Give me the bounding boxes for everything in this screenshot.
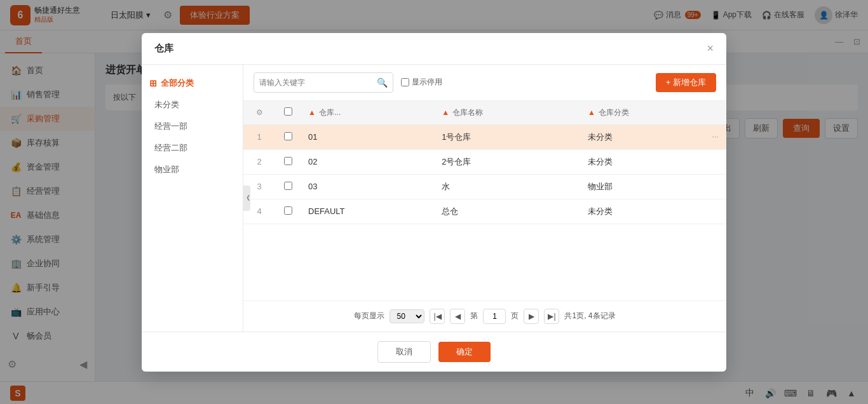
th-checkbox[interactable] (275, 101, 301, 125)
select-all-checkbox[interactable] (284, 107, 292, 116)
row-code: 03 (301, 174, 434, 199)
warehouse-modal: 仓库 × ⊞ 全部分类 未分类 经营一部 经营二部 物业部 《 (142, 33, 726, 372)
page-first-btn[interactable]: |◀ (430, 309, 445, 324)
modal-sidebar-collapse[interactable]: 《 (243, 185, 250, 211)
th-settings[interactable]: ⚙ (243, 101, 275, 125)
modal-sidebar-item-0[interactable]: 未分类 (142, 94, 243, 116)
modal-table: ⚙ ▲ 仓库... ▲ 仓库名称 (243, 101, 726, 300)
modal-sidebar-item-3[interactable]: 物业部 (142, 159, 243, 180)
row-category: 未分类 (580, 149, 726, 174)
row-actions[interactable]: ··· (712, 131, 719, 141)
row-cb[interactable] (275, 199, 301, 224)
table-row[interactable]: 3 03 水 物业部 (243, 174, 726, 199)
row-category: 未分类 (580, 199, 726, 224)
row-name: 水 (434, 174, 580, 199)
table-row[interactable]: 2 02 2号仓库 未分类 (243, 149, 726, 174)
table-header-row: ⚙ ▲ 仓库... ▲ 仓库名称 (243, 101, 726, 125)
row-code: DEFAULT (301, 199, 434, 224)
per-page-label: 每页显示 (354, 311, 384, 321)
row-seq: 2 (243, 149, 275, 174)
page-unit: 页 (511, 311, 519, 321)
page-label: 第 (470, 311, 478, 321)
grid-icon: ⊞ (149, 78, 157, 88)
modal-overlay: 仓库 × ⊞ 全部分类 未分类 经营一部 经营二部 物业部 《 (0, 0, 868, 404)
search-icon: 🔍 (377, 77, 388, 88)
modal-body: ⊞ 全部分类 未分类 经营一部 经营二部 物业部 《 🔍 (142, 65, 726, 332)
show-disabled-checkbox[interactable] (401, 78, 409, 86)
row-code: 02 (301, 149, 434, 174)
modal-title: 仓库 (154, 43, 173, 55)
row-cb[interactable] (275, 125, 301, 149)
row-checkbox-3[interactable] (284, 182, 292, 190)
search-box: 🔍 (254, 72, 393, 93)
row-cb[interactable] (275, 174, 301, 199)
show-disabled-text: 显示停用 (412, 77, 442, 88)
modal-sidebar-item-2[interactable]: 经营二部 (142, 137, 243, 159)
th-category[interactable]: ▲ 仓库分类 (580, 101, 726, 125)
page-next-btn[interactable]: ▶ (524, 309, 539, 324)
row-name: 总仓 (434, 199, 580, 224)
per-page-select[interactable]: 50 100 200 (390, 309, 424, 323)
page-last-btn[interactable]: ▶| (544, 309, 559, 324)
confirm-button[interactable]: 确定 (438, 342, 491, 362)
cancel-button[interactable]: 取消 (377, 341, 431, 363)
modal-main: 🔍 显示停用 + 新增仓库 ⚙ (243, 65, 726, 332)
modal-sidebar-item-1[interactable]: 经营一部 (142, 116, 243, 137)
sort-icon-name: ▲ (442, 108, 449, 117)
table-row[interactable]: 1 01 1号仓库 未分类 ··· (243, 125, 726, 149)
modal-sidebar-all[interactable]: ⊞ 全部分类 (142, 72, 243, 94)
row-checkbox-2[interactable] (284, 157, 292, 165)
row-cb[interactable] (275, 149, 301, 174)
row-checkbox-1[interactable] (284, 132, 292, 140)
sort-icon-code: ▲ (308, 108, 316, 117)
search-input[interactable] (259, 78, 377, 87)
row-code: 01 (301, 125, 434, 149)
modal-sidebar: ⊞ 全部分类 未分类 经营一部 经营二部 物业部 《 (142, 65, 243, 332)
modal-sidebar-all-label: 全部分类 (161, 77, 194, 89)
table-row[interactable]: 4 DEFAULT 总仓 未分类 (243, 199, 726, 224)
modal-pagination: 每页显示 50 100 200 |◀ ◀ 第 页 ▶ ▶| 共1页, 4条记录 (243, 300, 726, 332)
modal-toolbar: 🔍 显示停用 + 新增仓库 (243, 65, 726, 101)
modal-footer: 取消 确定 (142, 332, 726, 372)
th-code[interactable]: ▲ 仓库... (301, 101, 434, 125)
row-seq: 1 (243, 125, 275, 149)
th-name[interactable]: ▲ 仓库名称 (434, 101, 580, 125)
row-name: 1号仓库 (434, 125, 580, 149)
row-category: 物业部 (580, 174, 726, 199)
modal-header: 仓库 × (142, 33, 726, 65)
row-category: 未分类 ··· (580, 125, 726, 149)
row-checkbox-4[interactable] (284, 206, 292, 215)
page-prev-btn[interactable]: ◀ (450, 309, 465, 324)
row-name: 2号仓库 (434, 149, 580, 174)
table-head: ⚙ ▲ 仓库... ▲ 仓库名称 (243, 101, 726, 125)
show-disabled-label[interactable]: 显示停用 (401, 77, 442, 88)
table-body: 1 01 1号仓库 未分类 ··· 2 0 (243, 125, 726, 224)
page-input[interactable] (483, 309, 506, 324)
sort-icon-category: ▲ (588, 108, 595, 117)
add-warehouse-button[interactable]: + 新增仓库 (656, 73, 716, 92)
warehouse-table: ⚙ ▲ 仓库... ▲ 仓库名称 (243, 101, 726, 224)
modal-close-button[interactable]: × (707, 42, 714, 55)
total-label: 共1页, 4条记录 (564, 311, 615, 321)
